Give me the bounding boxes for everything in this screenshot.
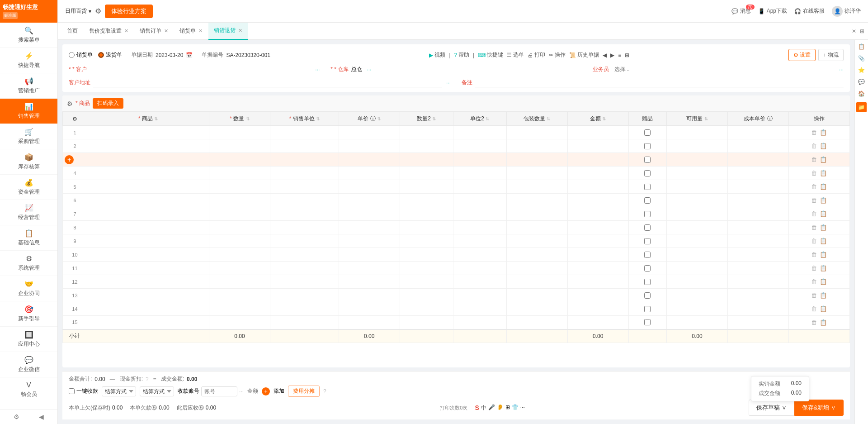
product-cell[interactable] — [87, 302, 209, 316]
tab-home[interactable]: 首页 — [61, 23, 84, 40]
copy-row-icon[interactable]: 📋 — [820, 197, 827, 204]
doc-action-shortcut[interactable]: ⌨ 快捷键 — [478, 51, 503, 59]
product-cell[interactable] — [87, 180, 209, 194]
amount-cell[interactable] — [567, 221, 628, 234]
qty-cell[interactable] — [209, 194, 270, 207]
sidebar-item-system[interactable]: ⚙ 系统管理 — [0, 251, 57, 276]
unit2-cell[interactable] — [453, 180, 506, 194]
product-cell[interactable] — [87, 139, 209, 153]
delete-row-icon[interactable]: 🗑 — [811, 319, 817, 326]
unit-cell[interactable] — [270, 180, 339, 194]
gift-cell[interactable] — [628, 194, 666, 207]
pkg-qty-cell[interactable] — [506, 167, 567, 180]
delete-row-icon[interactable]: 🗑 — [811, 251, 817, 258]
delete-row-icon[interactable]: 🗑 — [811, 278, 817, 285]
settings-btn[interactable]: ⚙ 设置 — [788, 49, 816, 61]
qty2-cell[interactable] — [400, 302, 453, 316]
sidebar-item-quicknav[interactable]: ⚡ 快捷导航 — [0, 48, 57, 73]
delete-row-icon[interactable]: 🗑 — [811, 238, 817, 244]
available-cell[interactable] — [667, 248, 728, 262]
delete-row-icon[interactable]: 🗑 — [811, 292, 817, 299]
gift-cell[interactable] — [628, 302, 666, 316]
available-cell[interactable] — [667, 153, 728, 167]
gift-cell[interactable] — [628, 139, 666, 153]
available-cell[interactable] — [667, 289, 728, 302]
unit-cell[interactable] — [270, 234, 339, 248]
product-input[interactable] — [89, 157, 207, 163]
gift-checkbox[interactable] — [644, 143, 651, 149]
pkg-qty-cell[interactable] — [506, 248, 567, 262]
gift-cell[interactable] — [628, 167, 666, 180]
tab-price-extract-close[interactable]: ✕ — [124, 28, 128, 34]
qty-cell[interactable] — [209, 221, 270, 234]
tab-expand-icon[interactable]: ⊞ — [860, 28, 864, 34]
available-cell[interactable] — [667, 275, 728, 289]
sidebar-item-purchase[interactable]: 🛒 采购管理 — [0, 124, 57, 149]
qty2-cell[interactable] — [400, 139, 453, 153]
gift-cell[interactable] — [628, 153, 666, 167]
copy-row-icon[interactable]: 📋 — [820, 265, 827, 272]
sidebar-item-sales[interactable]: 📊 销售管理 — [0, 99, 57, 124]
warehouse-lookup-btn[interactable]: ··· — [367, 67, 371, 73]
copy-row-icon[interactable]: 📋 — [820, 238, 827, 244]
price-cell[interactable] — [339, 234, 400, 248]
gift-checkbox[interactable] — [644, 129, 651, 136]
unit-cell[interactable] — [270, 139, 339, 153]
tab-sales-slip[interactable]: 销货单 ✕ — [174, 23, 208, 40]
calendar-icon[interactable]: 📅 — [186, 52, 193, 58]
sidebar-item-finance[interactable]: 💰 资金管理 — [0, 175, 57, 200]
unit-cell[interactable] — [270, 194, 339, 207]
gift-checkbox[interactable] — [644, 211, 651, 217]
qty-cell[interactable] — [209, 207, 270, 221]
copy-row-icon[interactable]: 📋 — [820, 224, 827, 231]
product-cell[interactable] — [87, 234, 209, 248]
unit-cell[interactable] — [270, 248, 339, 262]
price-cell[interactable] — [339, 316, 400, 329]
pkg-qty-cell[interactable] — [506, 139, 567, 153]
view-grid-icon[interactable]: ⊞ — [625, 52, 629, 58]
qty2-cell[interactable] — [400, 316, 453, 329]
pkg-qty-cell[interactable] — [506, 153, 567, 167]
settlement-method-select[interactable]: 结算方式 — [102, 386, 136, 396]
gift-checkbox[interactable] — [644, 170, 651, 176]
tab-price-extract[interactable]: 售价提取设置 ✕ — [84, 23, 134, 40]
available-cell[interactable] — [667, 234, 728, 248]
unit2-cell[interactable] — [453, 167, 506, 180]
qty2-cell[interactable] — [400, 126, 453, 139]
right-panel-icon-4[interactable]: 💬 — [858, 79, 865, 85]
unit2-cell[interactable] — [453, 153, 506, 167]
sidebar-item-apps[interactable]: 🔲 应用中心 — [0, 327, 57, 352]
price-cell[interactable] — [339, 167, 400, 180]
product-cell[interactable] — [87, 167, 209, 180]
pkg-qty-cell[interactable] — [506, 180, 567, 194]
price-cell[interactable] — [339, 180, 400, 194]
available-cell[interactable] — [667, 207, 728, 221]
online-service-btn[interactable]: 🎧 在线客服 — [794, 7, 825, 15]
delete-row-icon[interactable]: 🗑 — [811, 170, 817, 176]
qty2-cell[interactable] — [400, 262, 453, 275]
gift-checkbox[interactable] — [644, 319, 651, 325]
available-cell[interactable] — [667, 316, 728, 329]
unit-cell[interactable] — [270, 316, 339, 329]
price-cell[interactable] — [339, 302, 400, 316]
available-cell[interactable] — [667, 180, 728, 194]
right-panel-icon-2[interactable]: 📎 — [858, 55, 865, 62]
gift-checkbox[interactable] — [644, 292, 651, 299]
qty2-cell[interactable] — [400, 289, 453, 302]
doc-action-select[interactable]: ☰ 选单 — [507, 51, 524, 59]
delete-row-icon[interactable]: 🗑 — [811, 143, 817, 149]
qty-cell[interactable] — [209, 316, 270, 329]
unit2-cell[interactable] — [453, 234, 506, 248]
price-cell[interactable] — [339, 194, 400, 207]
gift-cell[interactable] — [628, 275, 666, 289]
qty2-cell[interactable] — [400, 234, 453, 248]
unit-cell[interactable] — [270, 262, 339, 275]
calc-method-select[interactable]: 结算方式 — [140, 386, 174, 396]
amount-cell[interactable] — [567, 316, 628, 329]
qty-cell[interactable] — [209, 275, 270, 289]
tab-sales-order-close[interactable]: ✕ — [164, 28, 168, 34]
pkg-qty-cell[interactable] — [506, 194, 567, 207]
qty2-cell[interactable] — [400, 275, 453, 289]
tab-close-icon[interactable]: ✕ — [852, 28, 856, 34]
radio-return-slip[interactable]: 退货单 — [98, 51, 122, 59]
